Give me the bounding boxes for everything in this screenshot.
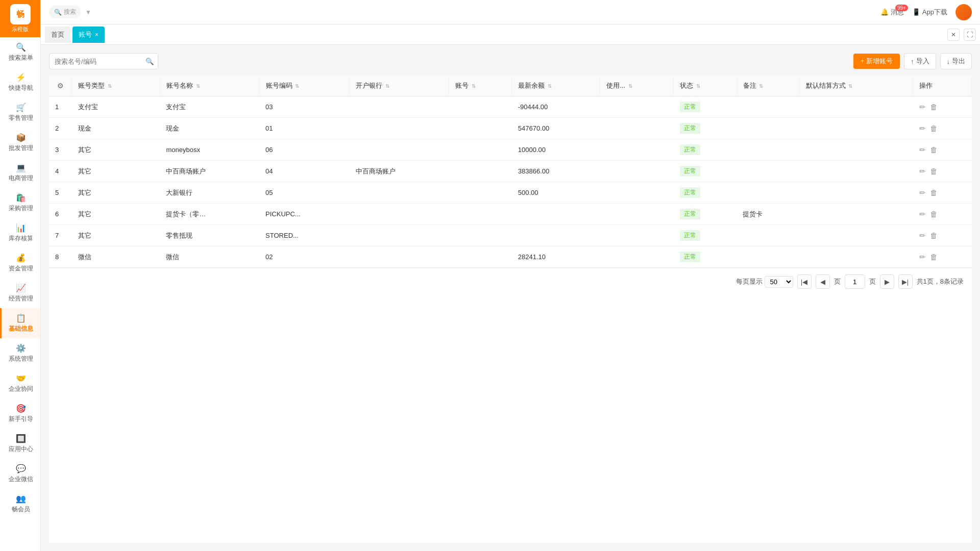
search-button[interactable]: 🔍 (141, 53, 158, 69)
tab-account[interactable]: 账号 × (72, 27, 105, 43)
row-type: 其它 (72, 225, 160, 246)
export-button[interactable]: ↓ 导出 (940, 53, 972, 69)
edit-button[interactable]: ✏ (919, 124, 926, 133)
row-account (449, 182, 511, 204)
dropdown-chevron-icon[interactable]: ▼ (85, 9, 91, 16)
edit-button[interactable]: ✏ (919, 231, 926, 240)
sidebar-item-quicknav[interactable]: ⚡ 快捷导航 (0, 67, 40, 97)
row-bank (350, 182, 449, 204)
first-page-button[interactable]: |◀ (797, 274, 812, 289)
sidebar-item-label: 应用中心 (9, 445, 33, 454)
sidebar-item-retail[interactable]: 🛒 零售管理 (0, 97, 40, 128)
sidebar-item-guide[interactable]: 🎯 新手引导 (0, 398, 40, 429)
row-default-settlement (799, 161, 913, 182)
page-input[interactable] (845, 274, 865, 289)
import-button[interactable]: ↑ 导入 (904, 53, 936, 69)
sidebar-item-finance[interactable]: 💰 资金管理 (0, 248, 40, 278)
sidebar-item-ecommerce[interactable]: 💻 电商管理 (0, 158, 40, 188)
delete-button[interactable]: 🗑 (930, 253, 938, 262)
sidebar-item-label: 企业协同 (9, 385, 33, 393)
add-account-button[interactable]: + 新增账号 (853, 54, 900, 69)
user-avatar[interactable] (955, 4, 972, 20)
col-balance-header[interactable]: 最新余额 ⇅ (512, 76, 600, 96)
row-default-settlement (799, 118, 913, 139)
phone-icon: 📱 (912, 8, 920, 16)
app-download-button[interactable]: 📱 App下载 (912, 8, 947, 17)
last-page-button[interactable]: ▶| (898, 274, 913, 289)
sidebar-item-search[interactable]: 🔍 搜索菜单 (0, 37, 40, 67)
message-button[interactable]: 🔔 消息 99+ (880, 8, 904, 17)
delete-button[interactable]: 🗑 (930, 124, 938, 133)
col-bank-header[interactable]: 开户银行 ⇅ (350, 76, 449, 96)
delete-button[interactable]: 🗑 (930, 188, 938, 197)
row-name: 零售抵现 (160, 225, 259, 246)
sidebar-item-operations[interactable]: 📈 经营管理 (0, 278, 40, 308)
sidebar-item-enterprise-collab[interactable]: 🤝 企业协同 (0, 368, 40, 398)
edit-button[interactable]: ✏ (919, 167, 926, 176)
delete-button[interactable]: 🗑 (930, 210, 938, 219)
sidebar-item-purchase[interactable]: 🛍️ 采购管理 (0, 188, 40, 218)
col-name-header[interactable]: 账号名称 ⇅ (160, 76, 259, 96)
row-name: 提货卡（零… (160, 204, 259, 225)
col-account-header[interactable]: 账号 ⇅ (449, 76, 511, 96)
sidebar-item-label: 电商管理 (9, 174, 33, 183)
row-id: 5 (49, 182, 72, 204)
col-usage-header[interactable]: 使用... ⇅ (600, 76, 674, 96)
delete-button[interactable]: 🗑 (930, 103, 938, 112)
col-status-header[interactable]: 状态 ⇅ (674, 76, 737, 96)
col-code-header[interactable]: 账号编码 ⇅ (259, 76, 350, 96)
page-size-select[interactable]: 50 20 100 (765, 276, 793, 288)
tab-maximize-button[interactable]: ⛶ (964, 29, 976, 41)
edit-button[interactable]: ✏ (919, 210, 926, 219)
row-account (449, 118, 511, 139)
tab-close-all-button[interactable]: ✕ (947, 29, 960, 41)
edit-button[interactable]: ✏ (919, 145, 926, 155)
edit-button[interactable]: ✏ (919, 253, 926, 262)
col-remark-header[interactable]: 备注 ⇅ (737, 76, 799, 96)
col-config: ⚙ (49, 76, 72, 96)
sidebar-item-enterprise-wechat[interactable]: 💬 企业微信 (0, 459, 40, 489)
tab-home[interactable]: 首页 (45, 27, 70, 43)
delete-button[interactable]: 🗑 (930, 145, 938, 155)
pagination: 每页显示 50 20 100 |◀ ◀ 页 页 ▶ ▶| 共1页，8条记录 (49, 268, 972, 295)
col-type-header[interactable]: 账号类型 ⇅ (72, 76, 160, 96)
search-wrap: 🔍 (49, 53, 158, 69)
per-page-label: 每页显示 (736, 277, 763, 286)
row-code: 01 (259, 118, 350, 139)
sidebar-item-member[interactable]: 👥 畅会员 (0, 489, 40, 519)
sidebar-item-wholesale[interactable]: 📦 批发管理 (0, 128, 40, 158)
row-bank (350, 225, 449, 246)
appcenter-icon: 🔲 (16, 434, 26, 443)
row-balance: 500.00 (512, 182, 600, 204)
column-config-icon[interactable]: ⚙ (55, 81, 65, 91)
search-input[interactable] (50, 58, 141, 65)
row-actions: ✏ 🗑 (913, 204, 972, 225)
top-search-box[interactable]: 🔍 搜索 (49, 6, 81, 18)
row-type: 其它 (72, 161, 160, 182)
sidebar-item-app-center[interactable]: 🔲 应用中心 (0, 429, 40, 459)
prev-page-button[interactable]: ◀ (816, 274, 830, 289)
delete-button[interactable]: 🗑 (930, 167, 938, 176)
col-default-settlement-header[interactable]: 默认结算方式 ⇅ (799, 76, 913, 96)
sidebar-item-label: 基础信息 (9, 324, 33, 333)
guide-icon: 🎯 (16, 404, 26, 413)
row-usage (600, 96, 674, 118)
sidebar-item-label: 零售管理 (9, 114, 33, 122)
row-id: 3 (49, 139, 72, 161)
next-page-button[interactable]: ▶ (880, 274, 894, 289)
row-usage (600, 204, 674, 225)
system-icon: ⚙️ (16, 343, 26, 353)
sidebar-item-basic-info[interactable]: 📋 基础信息 (0, 308, 40, 338)
tab-home-label: 首页 (51, 30, 64, 39)
sidebar-item-inventory[interactable]: 📊 库存核算 (0, 218, 40, 248)
row-name: 微信 (160, 246, 259, 268)
edit-button[interactable]: ✏ (919, 188, 926, 197)
logo-icon: 畅 (10, 4, 31, 24)
row-status: 正常 (674, 225, 737, 246)
sidebar-item-system[interactable]: ⚙️ 系统管理 (0, 338, 40, 368)
edit-button[interactable]: ✏ (919, 103, 926, 112)
delete-button[interactable]: 🗑 (930, 231, 938, 240)
sidebar-item-label: 新手引导 (9, 415, 33, 423)
tab-close-icon[interactable]: × (95, 31, 99, 38)
row-usage (600, 139, 674, 161)
